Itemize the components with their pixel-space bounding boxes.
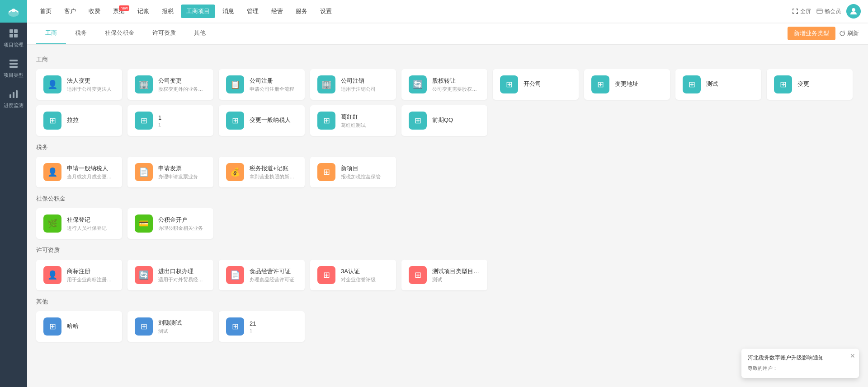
- section-title-tax: 税务: [36, 143, 859, 151]
- nav-item-management[interactable]: 管理: [241, 5, 264, 18]
- nav-item-operation[interactable]: 经营: [266, 5, 288, 18]
- card-housing-fund[interactable]: 💳 公积金开户 办理公积金相关业务: [127, 208, 213, 239]
- card-name: 变更: [797, 80, 845, 88]
- card-haha[interactable]: ⊞ 哈哈: [36, 311, 122, 342]
- card-icon: ⊞: [43, 317, 61, 336]
- card-food-license[interactable]: 📄 食品经营许可证 办理食品经营许可证: [219, 260, 305, 290]
- notification-popup: ✕ 河北税务数字账户升级影响通知 尊敬的用户：: [741, 349, 859, 378]
- nav-item-tax[interactable]: 报税: [156, 5, 179, 18]
- svg-rect-2: [9, 29, 13, 33]
- card-name: 开公司: [524, 80, 571, 88]
- card-change-taxpayer[interactable]: ⊞ 变更一般纳税人: [219, 105, 305, 136]
- nav-item-fees[interactable]: 收费: [83, 5, 106, 18]
- tab-social-fund[interactable]: 社保公积金: [96, 23, 143, 44]
- svg-point-1: [12, 9, 15, 12]
- card-name: 21: [250, 320, 297, 327]
- card-company-register[interactable]: 📋 公司注册 申请公司注册全流程: [219, 69, 305, 100]
- card-21[interactable]: ⊞ 21 1: [219, 311, 305, 342]
- svg-rect-7: [9, 63, 18, 65]
- nav-item-bookkeeping[interactable]: 记账: [132, 5, 155, 18]
- card-social-register[interactable]: 🌿 社保登记 进行人员社保登记: [36, 208, 122, 239]
- tab-license[interactable]: 许可资质: [143, 23, 185, 44]
- member-label: 畅会员: [825, 8, 841, 15]
- card-1[interactable]: ⊞ 1 1: [127, 105, 213, 136]
- card-name: 葛红红: [341, 113, 389, 121]
- page-header: 工商 税务 社保公积金 许可资质 其他 新增业务类型 刷新: [27, 23, 868, 45]
- add-business-type-button[interactable]: 新增业务类型: [788, 27, 835, 40]
- card-apply-invoice[interactable]: 📄 申请发票 办理申请发票业务: [127, 157, 213, 187]
- card-icon: 💰: [226, 163, 244, 181]
- nav-item-service[interactable]: 服务: [290, 5, 313, 18]
- card-name: 测试项目类型目定义: [432, 267, 480, 275]
- card-icon: ⊞: [409, 266, 427, 284]
- tab-tax[interactable]: 税务: [66, 23, 96, 44]
- tab-other[interactable]: 其他: [185, 23, 215, 44]
- notification-close-button[interactable]: ✕: [850, 352, 855, 359]
- card-change-address[interactable]: ⊞ 变更地址: [584, 69, 670, 100]
- card-desc: 进行人员社保登记: [67, 225, 115, 232]
- card-apply-taxpayer[interactable]: 👤 申请一般纳税人 当月或次月成变更完成: [36, 157, 122, 187]
- card-icon: 👤: [43, 75, 61, 93]
- card-name: 公司注销: [341, 77, 389, 85]
- card-icon: ⊞: [226, 112, 244, 130]
- card-trademark[interactable]: 👤 商标注册 用于企业商标注册服务: [36, 260, 122, 290]
- svg-rect-6: [9, 60, 18, 61]
- sidebar-logo[interactable]: [0, 0, 27, 23]
- sidebar-item-progress[interactable]: 进度监测: [0, 83, 27, 113]
- card-icon: 🏢: [317, 75, 335, 93]
- card-company-change[interactable]: 🏢 公司变更 股权变更外的业务变更: [127, 69, 213, 100]
- nav-item-tickets[interactable]: 票据 new: [108, 5, 130, 18]
- card-gehonghong[interactable]: ⊞ 葛红红 葛红红测试: [310, 105, 396, 136]
- card-qianqi-qq[interactable]: ⊞ 前期QQ: [401, 105, 487, 136]
- tab-industry[interactable]: 工商: [36, 23, 66, 44]
- card-desc: 公司变更需要股权转让: [432, 86, 480, 93]
- section-title-industry: 工商: [36, 56, 859, 64]
- cards-grid-tax: 👤 申请一般纳税人 当月或次月成变更完成 📄 申请发票 办理申请发票业务 💰: [36, 157, 859, 187]
- card-legal-change[interactable]: 👤 法人变更 适用于公司变更法人: [36, 69, 122, 100]
- card-test-type[interactable]: ⊞ 测试项目类型目定义 测试: [401, 260, 487, 290]
- card-name: 变更地址: [615, 80, 663, 88]
- refresh-button[interactable]: 刷新: [839, 29, 859, 37]
- card-test[interactable]: ⊞ 测试: [675, 69, 761, 100]
- card-name: 变更一般纳税人: [250, 116, 297, 124]
- sidebar-item-project-management[interactable]: 项目管理: [0, 23, 27, 53]
- notification-title: 河北税务数字账户升级影响通知: [748, 354, 853, 362]
- nav-item-customer[interactable]: 客户: [59, 5, 81, 18]
- sidebar-item-project-type[interactable]: 项目类型: [0, 53, 27, 83]
- notification-body: 尊敬的用户：: [748, 364, 853, 373]
- new-badge: new: [119, 5, 129, 11]
- cards-grid-other: ⊞ 哈哈 ⊞ 刘聪测试 测试 ⊞ 21: [36, 311, 859, 342]
- member-button[interactable]: 畅会员: [816, 8, 841, 15]
- refresh-label: 刷新: [847, 29, 859, 37]
- card-change[interactable]: ⊞ 变更: [767, 69, 853, 100]
- card-new-project[interactable]: ⊞ 新项目 报税加税控盘保管: [310, 157, 396, 187]
- card-liucong-test[interactable]: ⊞ 刘聪测试 测试: [127, 311, 213, 342]
- tag-icon: [7, 57, 20, 70]
- card-icon: 👤: [43, 163, 61, 181]
- card-name: 公司变更: [158, 77, 206, 85]
- card-tax-report[interactable]: 💰 税务报道+记账 拿到营业执照的新公司: [219, 157, 305, 187]
- section-title-license: 许可资质: [36, 246, 859, 254]
- card-import-export[interactable]: 🔄 进出口权办理 适用于对外贸易经营者: [127, 260, 213, 290]
- page-tabs: 工商 税务 社保公积金 许可资质 其他: [36, 23, 215, 44]
- page-container: 工商 税务 社保公积金 许可资质 其他 新增业务类型 刷新 工商: [27, 23, 868, 387]
- card-icon: ⊞: [591, 75, 609, 93]
- nav-item-home[interactable]: 首页: [34, 5, 57, 18]
- nav-item-industry[interactable]: 工商项目: [181, 5, 215, 18]
- section-title-other: 其他: [36, 298, 859, 306]
- card-icon: 🏢: [135, 75, 153, 93]
- nav-item-messages[interactable]: 消息: [217, 5, 240, 18]
- avatar[interactable]: [846, 4, 861, 19]
- card-open-company[interactable]: ⊞ 开公司: [493, 69, 579, 100]
- fullscreen-button[interactable]: 全屏: [792, 8, 811, 15]
- content-area: 工商 👤 法人变更 适用于公司变更法人 🏢 公司变更 股权变更外的业务变更: [27, 45, 868, 387]
- card-company-cancel[interactable]: 🏢 公司注销 适用于注销公司: [310, 69, 396, 100]
- card-equity-transfer[interactable]: 🔄 股权转让 公司变更需要股权转让: [401, 69, 487, 100]
- sidebar-item-label: 项目类型: [4, 72, 24, 79]
- card-lala[interactable]: ⊞ 拉拉: [36, 105, 122, 136]
- card-3a-cert[interactable]: ⊞ 3A认证 对企业信誉评级: [310, 260, 396, 290]
- card-name: 1: [158, 114, 206, 121]
- topbar-right: 全屏 畅会员: [792, 4, 861, 19]
- nav-items: 首页 客户 收费 票据 new 记账 报税 工商项目 消息 管理 经营 服务 设…: [34, 5, 792, 18]
- nav-item-settings[interactable]: 设置: [315, 5, 337, 18]
